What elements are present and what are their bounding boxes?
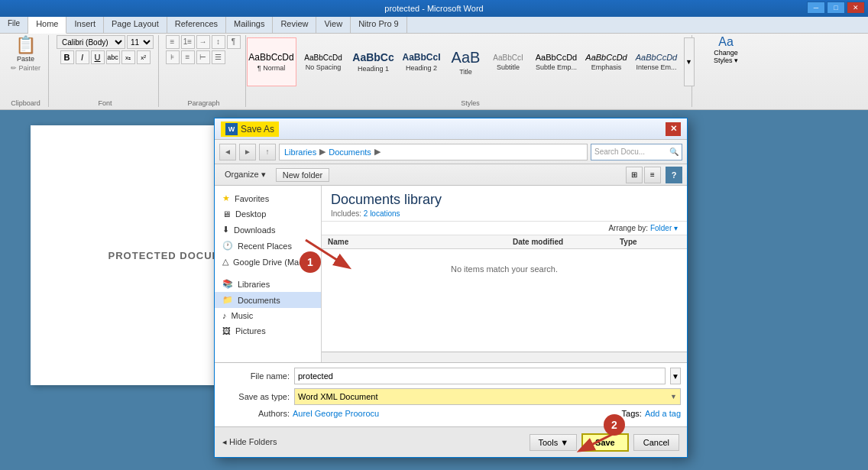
tab-file[interactable]: File <box>0 17 28 33</box>
filename-dropdown-btn[interactable]: ▼ <box>670 368 681 384</box>
view-icons-button[interactable]: ⊞ <box>626 167 643 183</box>
style-intense-em[interactable]: AaBbCcDd Intense Em... <box>632 37 682 86</box>
nav-pictures[interactable]: 🖼 Pictures <box>215 323 321 339</box>
sort-button[interactable]: ↕ <box>212 35 225 49</box>
horizontal-scrollbar[interactable] <box>322 352 687 362</box>
nav-favorites[interactable]: ★ Favorites <box>215 190 321 206</box>
font-row-1: Calibri (Body) 11 <box>57 35 154 49</box>
align-right-button[interactable]: ⊢ <box>196 50 210 64</box>
style-subtitle[interactable]: AaBbCcI Subtitle <box>487 37 530 86</box>
show-marks-button[interactable]: ¶ <box>227 35 241 49</box>
style-normal-label: ¶ Normal <box>257 64 285 72</box>
folder-arrange-link[interactable]: Folder ▾ <box>650 224 678 232</box>
style-subtle-em[interactable]: AaBbCcDd Subtle Emp... <box>532 37 581 86</box>
numbering-button[interactable]: 1≡ <box>181 35 195 49</box>
save-as-title-area: W Save As <box>221 122 279 137</box>
help-button[interactable]: ? <box>666 167 682 183</box>
change-styles-button[interactable]: Aa Change Styles ▾ <box>714 35 738 64</box>
minimize-button[interactable]: ─ <box>807 2 825 14</box>
ribbon: File Home Insert Page Layout References … <box>0 17 868 110</box>
nav-libraries[interactable]: 📚 Libraries <box>215 276 321 292</box>
breadcrumb-libraries[interactable]: Libraries <box>284 147 316 157</box>
ribbon-content: 📋 Paste ✏ Painter Clipboard Calibri (Bod… <box>0 34 868 109</box>
styles-scroll-down[interactable]: ▼ <box>684 37 695 86</box>
tab-page-layout[interactable]: Page Layout <box>104 17 167 33</box>
cancel-button[interactable]: Cancel <box>633 434 679 451</box>
font-family-select[interactable]: Calibri (Body) <box>57 35 125 49</box>
dialog-title: W Save As <box>221 122 279 137</box>
superscript-button[interactable]: x² <box>137 50 151 64</box>
tools-button[interactable]: Tools ▼ <box>530 434 577 451</box>
style-title[interactable]: AaB Title <box>447 37 485 86</box>
col-type-header[interactable]: Type <box>620 238 681 246</box>
search-box[interactable]: Search Docu... 🔍 <box>591 144 682 160</box>
back-button[interactable]: ◄ <box>219 144 236 160</box>
style-emphasis[interactable]: AaBbCcDd Emphasis <box>584 37 630 86</box>
tab-references[interactable]: References <box>167 17 226 33</box>
breadcrumb-bar[interactable]: Libraries ▶ Documents ▶ <box>279 144 588 160</box>
includes-text: Includes: <box>331 209 364 218</box>
font-size-select[interactable]: 11 <box>127 35 154 49</box>
new-folder-button[interactable]: New folder <box>276 168 330 182</box>
music-label: Music <box>232 311 254 320</box>
save-button[interactable]: Save <box>581 433 629 452</box>
nav-documents[interactable]: 📁 Documents <box>215 292 321 308</box>
tab-nitro[interactable]: Nitro Pro 9 <box>351 17 407 33</box>
style-heading1[interactable]: AaBbCc Heading 1 <box>351 37 397 86</box>
tab-home[interactable]: Home <box>28 17 66 34</box>
bold-button[interactable]: B <box>60 50 74 64</box>
nav-desktop[interactable]: 🖥 Desktop <box>215 206 321 222</box>
nav-music[interactable]: ♪ Music <box>215 308 321 323</box>
tab-insert[interactable]: Insert <box>66 17 104 33</box>
title-bar: protected - Microsoft Word ─ □ ✕ <box>0 0 868 17</box>
view-buttons: ⊞ ≡ <box>626 167 661 183</box>
style-subtitle-preview: AaBbCcI <box>493 53 523 62</box>
saveastype-value: Word XML Document <box>298 392 378 401</box>
dialog-close-button[interactable]: ✕ <box>666 122 681 136</box>
filename-input[interactable] <box>294 368 666 384</box>
forward-button[interactable]: ► <box>239 144 256 160</box>
strikethrough-button[interactable]: abc <box>106 50 120 64</box>
align-center-button[interactable]: ≡ <box>181 50 195 64</box>
justify-button[interactable]: ☰ <box>212 50 225 64</box>
pictures-label: Pictures <box>235 326 266 335</box>
tab-review[interactable]: Review <box>273 17 316 33</box>
downloads-icon: ⬇ <box>222 225 229 235</box>
up-button[interactable]: ↑ <box>259 144 276 160</box>
close-button[interactable]: ✕ <box>847 2 865 14</box>
hide-folders-link[interactable]: ◂ Hide Folders <box>222 437 277 447</box>
maximize-button[interactable]: □ <box>827 2 845 14</box>
tags-value[interactable]: Add a tag <box>645 409 681 418</box>
organize-button[interactable]: Organize ▾ <box>219 167 271 182</box>
nav-recent-places[interactable]: 🕐 Recent Places <box>215 238 321 254</box>
tab-mailings[interactable]: Mailings <box>226 17 273 33</box>
style-normal[interactable]: AaBbCcDd ¶ Normal <box>247 37 296 86</box>
nav-downloads[interactable]: ⬇ Downloads <box>215 222 321 238</box>
authors-value[interactable]: Aurel George Proorocu <box>293 409 379 418</box>
italic-button[interactable]: I <box>76 50 89 64</box>
main-file-panel: Documents library Includes: 2 locations … <box>322 186 687 362</box>
view-list-button[interactable]: ≡ <box>644 167 661 183</box>
indent-increase-button[interactable]: → <box>196 35 210 49</box>
tools-label: Tools <box>538 438 558 447</box>
paste-button[interactable]: 📋 Paste <box>15 35 36 63</box>
col-date-header[interactable]: Date modified <box>513 238 620 246</box>
saveastype-dropdown[interactable]: Word XML Document ▼ <box>294 388 681 405</box>
style-subtitle-label: Subtitle <box>497 63 520 71</box>
library-title: Documents library <box>331 192 678 208</box>
paragraph-group: ≡ 1≡ → ↕ ¶ ⊧ ≡ ⊢ ☰ Paragraph <box>162 35 246 107</box>
underline-button[interactable]: U <box>91 50 105 64</box>
tab-view[interactable]: View <box>316 17 351 33</box>
subscript-button[interactable]: x₂ <box>121 50 135 64</box>
paragraph-label: Paragraph <box>187 98 219 107</box>
document-area: PROTECTED DOCUMENT W Save As ✕ ◄ ► ↑ Lib… <box>0 110 868 470</box>
locations-link[interactable]: 2 locations <box>364 209 400 218</box>
format-painter-button[interactable]: ✏ Painter <box>11 64 40 72</box>
breadcrumb-documents[interactable]: Documents <box>329 147 371 157</box>
align-left-button[interactable]: ⊧ <box>166 50 180 64</box>
col-name-header[interactable]: Name <box>328 238 513 246</box>
style-heading2[interactable]: AaBbCcI Heading 2 <box>399 37 445 86</box>
bullets-button[interactable]: ≡ <box>166 35 180 49</box>
nav-google-drive[interactable]: △ Google Drive (Mac <box>215 254 321 270</box>
style-no-spacing[interactable]: AaBbCcDd No Spacing <box>299 37 348 86</box>
